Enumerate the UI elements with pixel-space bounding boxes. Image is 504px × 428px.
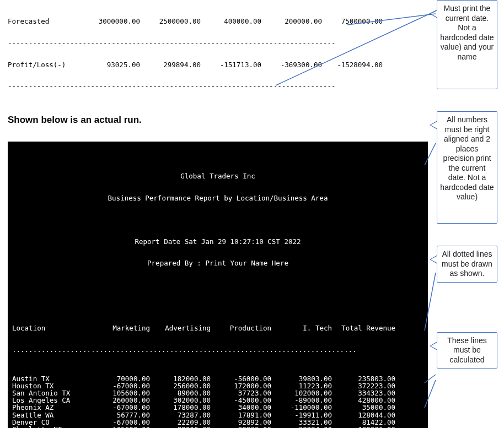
cell: -110000.00 <box>271 404 332 411</box>
col-total: Total Revenue <box>332 324 395 332</box>
cell: -1528094.00 <box>328 61 388 68</box>
column-headers: Location Marketing Advertising Productio… <box>12 324 423 332</box>
cell: 200000.00 <box>267 18 328 25</box>
location-cell: Pheonix AZ <box>12 404 89 411</box>
top-row-forecasted: Forecasted 3000000.00 2500000.00 400000.… <box>8 18 496 25</box>
cell: 17891.00 <box>211 411 271 419</box>
location-cell: Denver CO <box>12 419 89 426</box>
cell: 73287.00 <box>150 411 211 419</box>
dash-line: ----------------------------------------… <box>8 40 361 47</box>
col-marketing: Marketing <box>89 324 150 332</box>
callouts: Must print the current date. Not a hardc… <box>437 0 497 373</box>
cell: 81422.00 <box>332 419 395 426</box>
cell: 189001.00 <box>332 426 395 428</box>
row-label: Profit/Loss(-) <box>8 61 85 68</box>
cell: 56777.00 <box>89 411 150 419</box>
top-preview: Forecasted 3000000.00 2500000.00 400000.… <box>0 0 504 142</box>
cell: 2500000.00 <box>146 18 206 25</box>
cell: 178000.00 <box>150 404 211 411</box>
blank <box>12 216 423 223</box>
cell: 92892.00 <box>211 419 271 426</box>
callout-date-name: Must print the current date. Not a hardc… <box>437 0 497 89</box>
cell: 7500000.00 <box>328 18 388 25</box>
cell: 299894.00 <box>146 61 206 68</box>
table-row: Denver CO-67000.0022209.0092892.0033321.… <box>12 419 423 426</box>
prepared-by-line: Prepared By : Print Your Name Here <box>12 259 423 267</box>
callout-calculated: These lines must be calculated <box>437 332 497 369</box>
dotted-line: ........................................… <box>12 346 423 353</box>
location-cell: Charlotte NC <box>12 426 89 428</box>
cell: 33321.00 <box>271 419 332 426</box>
cell: 128044.00 <box>332 411 395 419</box>
cell: 33234.00 <box>271 426 332 428</box>
top-row-profitloss: Profit/Loss(-) 93025.00 299894.00 -15171… <box>8 61 496 68</box>
blank <box>12 281 423 288</box>
table-row: Charlotte NC105600.0089000.00-38833.0033… <box>12 426 423 428</box>
row-label: Forecasted <box>8 18 85 25</box>
table-row: Seattle WA56777.0073287.0017891.00-19911… <box>12 411 423 419</box>
report-title: Business Performance Report by Location/… <box>12 194 423 202</box>
cell: 105600.00 <box>89 426 150 428</box>
cell: 22209.00 <box>150 419 211 426</box>
caption: Shown below is an actual run. <box>8 115 496 125</box>
data-rows: Austin TX70000.00182000.00-56000.0039803… <box>12 375 423 428</box>
company-name: Global Traders Inc <box>12 172 423 180</box>
cell: 34000.00 <box>211 404 271 411</box>
cell: -369300.00 <box>267 61 328 68</box>
col-location: Location <box>12 324 89 332</box>
terminal-output: Global Traders Inc Business Performance … <box>8 142 428 428</box>
cell: 35000.00 <box>332 404 395 411</box>
table-row: Pheonix AZ-67000.00178000.0034000.00-110… <box>12 404 423 411</box>
cell: 89000.00 <box>150 426 211 428</box>
cell: -67000.00 <box>89 404 150 411</box>
col-advertising: Advertising <box>150 324 211 332</box>
cell: 400000.00 <box>206 18 267 25</box>
location-cell: Seattle WA <box>12 411 89 419</box>
col-itech: I. Tech <box>271 324 332 332</box>
dash-line: ----------------------------------------… <box>8 83 361 90</box>
col-production: Production <box>211 324 271 332</box>
cell: -151713.00 <box>206 61 267 68</box>
callout-dotted-lines: All dotted lines must be drawn as shown. <box>437 246 497 283</box>
cell: -19911.00 <box>271 411 332 419</box>
cell: -38833.00 <box>211 426 271 428</box>
cell: 3000000.00 <box>85 18 146 25</box>
callout-right-align: All numbers must be right aligned and 2 … <box>437 111 497 224</box>
report-date-line: Report Date Sat Jan 29 10:27:10 CST 2022 <box>12 238 423 245</box>
cell: -67000.00 <box>89 419 150 426</box>
cell: 93025.00 <box>85 61 146 68</box>
